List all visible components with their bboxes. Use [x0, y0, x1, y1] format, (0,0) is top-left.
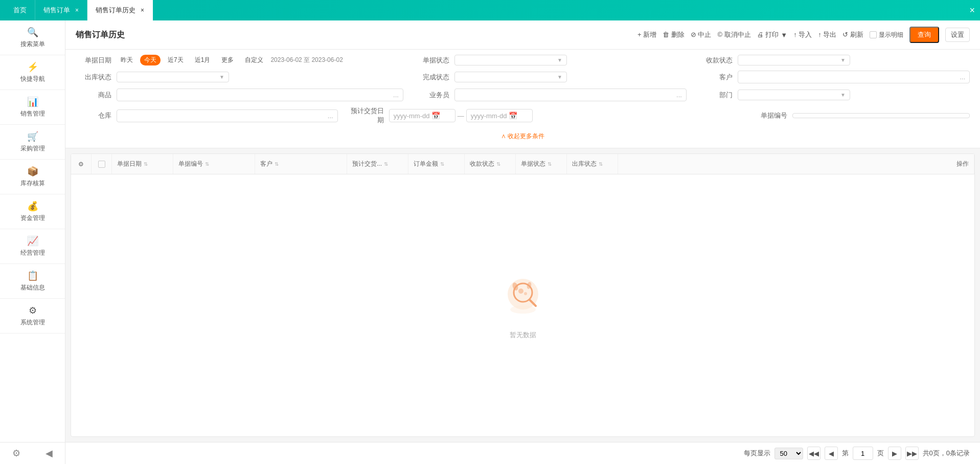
- sidebar-item-sys-mgmt[interactable]: ⚙ 系统管理: [0, 299, 65, 334]
- filter-group-complete-status: 完成状态 ▼: [414, 72, 687, 82]
- first-page-btn[interactable]: ◀◀: [807, 447, 821, 460]
- tab-home-label: 首页: [13, 6, 27, 15]
- complete-status-select[interactable]: ▼: [454, 72, 567, 82]
- th-check[interactable]: [92, 154, 112, 174]
- inventory-icon: 📦: [27, 166, 38, 177]
- tab-home[interactable]: 首页: [5, 0, 35, 20]
- department-select[interactable]: ▼: [738, 90, 850, 100]
- th-order-no[interactable]: 单据编号 ⇅: [173, 154, 255, 174]
- bill-status-select[interactable]: ▼: [454, 55, 567, 65]
- delivery-from-input[interactable]: yyyy-mm-dd 📅: [389, 109, 455, 122]
- collapse-label: ∧ 收起更多条件: [501, 132, 544, 140]
- sidebar-collapse-btn[interactable]: ◀: [45, 448, 53, 459]
- sidebar-item-sales-mgmt[interactable]: 📊 销售管理: [0, 90, 65, 125]
- quick-nav-icon: ⚡: [27, 61, 38, 73]
- salesperson-dots[interactable]: ...: [676, 91, 682, 99]
- print-label: 🖨 打印: [757, 30, 779, 39]
- customer-dots[interactable]: ...: [960, 73, 965, 81]
- tab-sales-order-label: 销售订单: [43, 6, 70, 15]
- th-bill-status[interactable]: 单据状态 ⇅: [516, 154, 567, 174]
- sidebar-item-basic-info[interactable]: 📋 基础信息: [0, 264, 65, 299]
- sales-mgmt-icon: 📊: [27, 96, 38, 107]
- stop-btn[interactable]: ⊘ 中止: [691, 30, 712, 39]
- calendar-from-icon[interactable]: 📅: [431, 112, 440, 120]
- cancel-stop-btn[interactable]: © 取消中止: [717, 30, 750, 39]
- display-cols-toggle[interactable]: 显示明细: [870, 31, 903, 39]
- sort-date-icon[interactable]: ⇅: [144, 161, 148, 167]
- finance-icon: 💰: [27, 201, 38, 212]
- tab-sales-order-history-close[interactable]: ×: [141, 7, 144, 14]
- delivery-to-input[interactable]: yyyy-mm-dd 📅: [466, 109, 533, 122]
- date-1month[interactable]: 近1月: [191, 55, 215, 65]
- collapse-more-conditions[interactable]: ∧ 收起更多条件: [76, 130, 970, 143]
- new-btn[interactable]: + 新增: [637, 30, 656, 39]
- query-btn[interactable]: 查询: [909, 27, 939, 43]
- tab-sales-order-close[interactable]: ×: [75, 7, 79, 14]
- sidebar-item-purchase-mgmt[interactable]: 🛒 采购管理: [0, 125, 65, 160]
- sort-delivery-icon[interactable]: ⇅: [384, 161, 388, 167]
- th-order-no-label: 单据编号: [178, 160, 203, 168]
- sidebar-item-quick-nav[interactable]: ⚡ 快捷导航: [0, 55, 65, 90]
- date-yesterday[interactable]: 昨天: [117, 55, 137, 65]
- export-btn[interactable]: ↑ 导出: [818, 30, 836, 39]
- th-out-status[interactable]: 出库状态 ⇅: [567, 154, 618, 174]
- content-area: 销售订单历史 + 新增 🗑 删除 ⊘ 中止 © 取消中止 🖨 打印 ▼ ↑ 导入…: [65, 20, 980, 464]
- toolbar: + 新增 🗑 删除 ⊘ 中止 © 取消中止 🖨 打印 ▼ ↑ 导入 ↑ 导出 ↺…: [637, 27, 970, 43]
- select-all-checkbox[interactable]: [98, 161, 105, 168]
- page-title-row: 销售订单历史 + 新增 🗑 删除 ⊘ 中止 © 取消中止 🖨 打印 ▼ ↑ 导入…: [76, 27, 970, 43]
- goods-input[interactable]: ...: [117, 89, 403, 101]
- filter-row-3: 商品 ... 业务员 ... 部门: [76, 89, 970, 101]
- th-payment-status[interactable]: 收款状态 ⇅: [465, 154, 516, 174]
- last-page-btn[interactable]: ▶▶: [905, 447, 919, 460]
- tab-sales-order-history[interactable]: 销售订单历史 ×: [87, 0, 153, 20]
- import-btn[interactable]: ↑ 导入: [793, 30, 812, 39]
- filter-group-warehouse: 仓库 ...: [76, 109, 338, 122]
- out-status-select[interactable]: ▼: [117, 72, 229, 82]
- date-custom[interactable]: 自定义: [241, 55, 267, 65]
- payment-status-label: 收款状态: [697, 56, 738, 65]
- calendar-to-icon[interactable]: 📅: [509, 112, 517, 120]
- close-all-btn[interactable]: ×: [969, 5, 975, 16]
- tab-sales-order[interactable]: 销售订单 ×: [35, 0, 87, 20]
- sidebar-item-operations[interactable]: 📈 经营管理: [0, 229, 65, 264]
- sort-payment-icon[interactable]: ⇅: [496, 161, 500, 167]
- per-page-select[interactable]: 10 20 50 100: [774, 448, 803, 459]
- sidebar-settings-btn[interactable]: ⚙: [12, 448, 20, 459]
- page-number-input[interactable]: [853, 447, 873, 460]
- sort-amount-icon[interactable]: ⇅: [440, 161, 444, 167]
- sidebar-item-search-menu[interactable]: 🔍 搜索菜单: [0, 20, 65, 55]
- date-7days[interactable]: 近7天: [164, 55, 188, 65]
- date-more[interactable]: 更多: [217, 55, 238, 65]
- print-btn[interactable]: 🖨 打印 ▼: [757, 30, 788, 39]
- th-customer[interactable]: 客户 ⇅: [255, 154, 347, 174]
- sidebar-item-finance[interactable]: 💰 资金管理: [0, 194, 65, 229]
- payment-status-select[interactable]: ▼: [738, 55, 850, 65]
- th-delivery[interactable]: 预计交货... ⇅: [347, 154, 408, 174]
- prev-page-btn[interactable]: ◀: [825, 447, 838, 460]
- delivery-from-placeholder: yyyy-mm-dd: [394, 112, 430, 120]
- warehouse-dots[interactable]: ...: [328, 112, 333, 120]
- sidebar-item-inventory[interactable]: 📦 库存核算: [0, 160, 65, 194]
- settings-btn[interactable]: 设置: [945, 28, 970, 42]
- sort-customer-icon[interactable]: ⇅: [275, 161, 279, 167]
- next-page-btn[interactable]: ▶: [888, 447, 901, 460]
- refresh-btn[interactable]: ↺ 刷新: [842, 30, 863, 39]
- salesperson-input[interactable]: ...: [454, 89, 687, 101]
- th-date[interactable]: 单据日期 ⇅: [112, 154, 173, 174]
- operations-icon: 📈: [27, 235, 38, 247]
- customer-input[interactable]: ...: [738, 71, 970, 83]
- order-no-input[interactable]: [792, 113, 970, 118]
- display-cols-checkbox[interactable]: [870, 31, 877, 38]
- sort-bill-status-icon[interactable]: ⇅: [548, 161, 552, 167]
- goods-dots[interactable]: ...: [393, 91, 399, 99]
- next-page-icon: ▶: [892, 450, 897, 457]
- pagination-bar: 每页显示 10 20 50 100 ◀◀ ◀ 第 页 ▶ ▶▶ 共0页，0条记录: [65, 442, 980, 464]
- delete-btn[interactable]: 🗑 删除: [663, 30, 685, 39]
- th-settings[interactable]: ⚙: [71, 154, 92, 174]
- sort-out-status-icon[interactable]: ⇅: [599, 161, 603, 167]
- date-today[interactable]: 今天: [140, 55, 161, 65]
- th-amount[interactable]: 订单金额 ⇅: [408, 154, 465, 174]
- th-op: 操作: [618, 154, 974, 174]
- warehouse-input[interactable]: ...: [117, 109, 338, 122]
- sort-order-no-icon[interactable]: ⇅: [205, 161, 209, 167]
